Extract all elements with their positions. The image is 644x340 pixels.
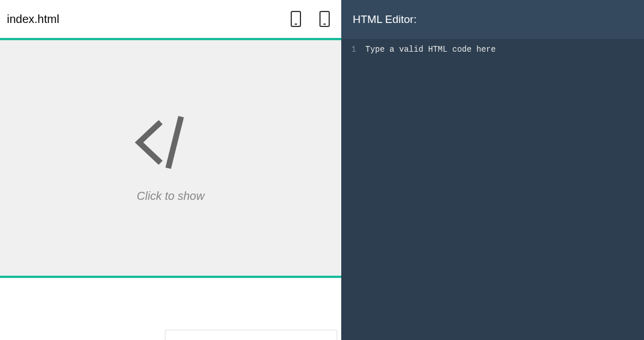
- preview-hint-text: Click to show: [137, 190, 205, 203]
- editor-title: HTML Editor:: [353, 13, 417, 26]
- phone-portrait-icon[interactable]: [291, 11, 301, 27]
- file-name: index.html: [7, 13, 59, 26]
- preview-area[interactable]: Click to show: [0, 38, 341, 278]
- code-editor-input[interactable]: Type a valid HTML code here: [363, 42, 644, 340]
- line-number: 1: [341, 44, 356, 55]
- editor-panel: HTML Editor: 1 Type a valid HTML code he…: [341, 0, 644, 340]
- editor-header: HTML Editor:: [341, 0, 644, 39]
- device-icons-group: [291, 11, 334, 27]
- bottom-area: [0, 278, 341, 340]
- line-number-gutter: 1: [341, 42, 363, 340]
- left-panel: index.html Click to show: [0, 0, 341, 340]
- phone-portrait-icon[interactable]: [319, 11, 330, 27]
- code-brackets-icon: [133, 114, 208, 173]
- editor-body: 1 Type a valid HTML code here: [341, 39, 644, 340]
- svg-line-0: [169, 119, 180, 165]
- top-bar: index.html: [0, 0, 341, 38]
- bottom-input-outline[interactable]: [165, 330, 337, 340]
